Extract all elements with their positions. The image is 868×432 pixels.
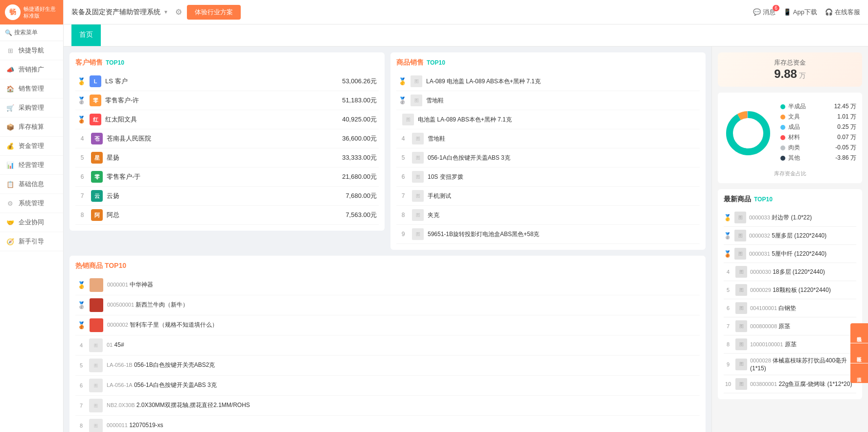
sales-icon: 🏠: [6, 84, 15, 93]
product-rank-item: 6 图 10S 变扭罗拨: [396, 168, 700, 187]
chevron-down-icon: ▼: [163, 9, 168, 15]
product-rank-item: 5 图 056-1A白色按键开关盖ABS 3克: [396, 148, 700, 168]
product-rank-item: 7 图 手机测试: [396, 187, 700, 206]
message-icon: 💬: [753, 8, 761, 16]
system-selector[interactable]: 装备及固定资产辅助管理系统 ▼: [71, 8, 168, 17]
cs-widget: 客服热线 服务社区 直播: [850, 323, 868, 383]
sidebar: 畅 畅捷通好生意 标准版 🔍 搜索菜单 ⊞ 快捷导航 📣 营销推广 🏠 销售管理…: [0, 0, 64, 432]
content: 客户销售 TOP10 🥇 L LS 客户 53,006.26元 🥈 零 零售客户…: [64, 47, 868, 432]
product-rank-item: 8 图 夹克: [396, 206, 700, 225]
product-rank-item: 图 电池盖 LA-089 ABS本色+黑种 7.1克: [396, 110, 700, 129]
customer-list-item: 5 星 星扬 33,333.00元: [75, 148, 379, 168]
legend-items: 半成品 12.45 万 文具 1.01 万 成品 0.25 万 材料 0.07 …: [780, 102, 856, 164]
hot-product-item: 4 图 01 45#: [75, 336, 700, 356]
customer-list-item: 7 云 云扬 7,680.00元: [75, 187, 379, 206]
newest-products-card: 最新商品 TOP10 🥇 图 0000033 封边带 (1.0*22) 🥈 图 …: [718, 189, 862, 399]
logo: 畅 畅捷通好生意 标准版: [0, 0, 63, 24]
hot-product-item: 🥉 0000002 智利车子里（规格不知道填什么）: [75, 315, 700, 336]
finance-icon: 💰: [6, 142, 15, 150]
newest-product-item: 🥇 图 0000033 封边带 (1.0*22): [724, 209, 856, 227]
newest-products-title: 最新商品 TOP10: [724, 195, 856, 204]
system-icon: ⚙: [6, 199, 15, 208]
sidebar-item-inventory[interactable]: 📦 库存核算: [0, 118, 63, 137]
hot-products-title: 热销商品 TOP10: [75, 262, 700, 270]
purchase-icon: 🛒: [6, 103, 15, 112]
cs-community-button[interactable]: 服务社区: [850, 343, 868, 363]
top-customers-title: 客户销售 TOP10: [75, 58, 379, 67]
cs-hotline-button[interactable]: 客服热线: [850, 323, 868, 343]
customer-list-item: 🥉 红 红太阳文具 40,925.00元: [75, 110, 379, 129]
newest-product-item: 🥉 图 0000031 5厘中纤 (1220*2440): [724, 245, 856, 263]
marketing-icon: 📣: [6, 65, 15, 74]
inventory-value: 9.88: [774, 67, 797, 81]
donut-chart: [724, 109, 773, 158]
hot-product-item: 7 图 NB2.0X30B 2.0X30MM双摆花轴,摆花直径2.1MM/ROH…: [75, 396, 700, 416]
sidebar-item-purchase[interactable]: 🛒 采购管理: [0, 98, 63, 118]
sidebar-item-basic-info[interactable]: 📋 基础信息: [0, 175, 63, 194]
product-rank-item: 9 图 59651-1B旋转投影灯电池盒ABS黑色+58克: [396, 225, 700, 244]
newest-product-item: 🥈 图 0000032 5厘多层 (1220*2440): [724, 227, 856, 245]
trial-button[interactable]: 体验行业方案: [187, 5, 241, 20]
sidebar-item-sales[interactable]: 🏠 销售管理: [0, 79, 63, 98]
sidebar-item-quick-nav[interactable]: ⊞ 快捷导航: [0, 41, 63, 60]
logo-icon: 畅: [5, 4, 21, 20]
headset-icon: 🎧: [825, 8, 833, 16]
newest-product-item: 5 图 0000029 18颗粒板 (1220*2440): [724, 281, 856, 299]
page-nav: 首页: [64, 24, 868, 47]
newest-product-item: 4 图 0000030 18多层 (1220*2440): [724, 263, 856, 281]
legend-item: 材料 0.07 万: [780, 133, 856, 142]
logo-text: 畅捷通好生意 标准版: [23, 5, 56, 20]
gear-icon[interactable]: ⚙: [175, 7, 182, 17]
basic-info-icon: 📋: [6, 180, 15, 189]
search-icon: 🔍: [5, 29, 12, 36]
newest-product-item: 10 图 003800001 22g鱼豆腐-烧烤味 (1*12*20): [724, 375, 856, 393]
newest-product-item: 9 图 0000028 体械嘉枝味苏打饮品400毫升 (1*15): [724, 354, 856, 375]
sidebar-item-marketing[interactable]: 📣 营销推广: [0, 60, 63, 79]
app-download-button[interactable]: 📱 App下载: [783, 8, 817, 17]
search-menu[interactable]: 🔍 搜索菜单: [0, 24, 63, 41]
newest-product-item: 8 图 10000100001 原茎: [724, 336, 856, 354]
legend-item: 成品 0.25 万: [780, 123, 856, 131]
sidebar-item-guide[interactable]: 🧭 新手引导: [0, 232, 63, 251]
topbar-right: 💬 消息 6 📱 App下载 🎧 在线客服: [753, 8, 860, 17]
sidebar-item-finance[interactable]: 💰 资金管理: [0, 137, 63, 156]
legend-item: 其他 -3.86 万: [780, 154, 856, 162]
home-icon: ⊞: [6, 46, 15, 55]
message-button[interactable]: 💬 消息 6: [753, 8, 776, 17]
inventory-label: 库存总资金: [726, 58, 854, 67]
hot-products-card: 热销商品 TOP10 🥇 0000001 中华神器 🥈 000500001 新西…: [69, 256, 706, 432]
hot-products-list: 🥇 0000001 中华神器 🥈 000500001 新西兰牛肉（新牛） 🥉 0…: [75, 275, 700, 432]
right-panel: 库存总资金 9.88 万: [711, 47, 868, 432]
customer-list-item: 6 零 零售客户-于 21,680.00元: [75, 168, 379, 187]
system-name: 装备及固定资产辅助管理系统: [71, 8, 160, 17]
enterprise-icon: 🤝: [6, 218, 15, 227]
newest-products-list: 🥇 图 0000033 封边带 (1.0*22) 🥈 图 0000032 5厘多…: [724, 209, 856, 393]
hot-product-item: 🥇 0000001 中华神器: [75, 275, 700, 295]
newest-product-item: 6 图 004100001 白钢垫: [724, 299, 856, 317]
sidebar-item-enterprise[interactable]: 🤝 企业协同: [0, 213, 63, 232]
product-rank-card: 商品销售 TOP10 🥇 图 LA-089 电池盖 LA-089 ABS本色+黑…: [390, 52, 706, 250]
product-rank-item: 4 图 雪地鞋: [396, 129, 700, 148]
topbar: 装备及固定资产辅助管理系统 ▼ ⚙ 体验行业方案 💬 消息 6 📱 App下载 …: [64, 0, 868, 24]
customer-list: 🥇 L LS 客户 53,006.26元 🥈 零 零售客户-许 51,183.0…: [75, 72, 379, 225]
tab-home[interactable]: 首页: [71, 24, 101, 46]
svg-point-1: [730, 115, 767, 152]
hot-product-item: 6 图 LA-056-1A 056-1A白色按键开关盖ABS 3克: [75, 376, 700, 396]
inventory-total: 库存总资金 9.88 万: [718, 52, 862, 87]
product-rank-item: 🥈 图 雪地鞋: [396, 91, 700, 110]
cs-live-button[interactable]: 直播: [850, 363, 868, 383]
inventory-chart-card: 半成品 12.45 万 文具 1.01 万 成品 0.25 万 材料 0.07 …: [718, 93, 862, 183]
hot-product-item: 5 图 LA-056-1B 056-1B白色按键开关壳ABS2克: [75, 356, 700, 376]
message-badge: 6: [773, 5, 779, 11]
main-area: 装备及固定资产辅助管理系统 ▼ ⚙ 体验行业方案 💬 消息 6 📱 App下载 …: [64, 0, 868, 432]
inventory-unit: 万: [799, 72, 806, 80]
sidebar-item-operations[interactable]: 📊 经营管理: [0, 156, 63, 175]
product-rank-title: 商品销售 TOP10: [396, 58, 700, 67]
newest-product-item: 7 图 000800008 原茎: [724, 317, 856, 336]
online-service-button[interactable]: 🎧 在线客服: [825, 8, 860, 17]
customer-list-item: 8 阿 阿总 7,563.00元: [75, 206, 379, 225]
sidebar-item-system[interactable]: ⚙ 系统管理: [0, 194, 63, 213]
inventory-icon: 📦: [6, 122, 15, 131]
customer-list-item: 🥇 L LS 客户 53,006.26元: [75, 72, 379, 91]
product-rank-list: 🥇 图 LA-089 电池盖 LA-089 ABS本色+黑种 7.1克 🥈 图 …: [396, 72, 700, 244]
